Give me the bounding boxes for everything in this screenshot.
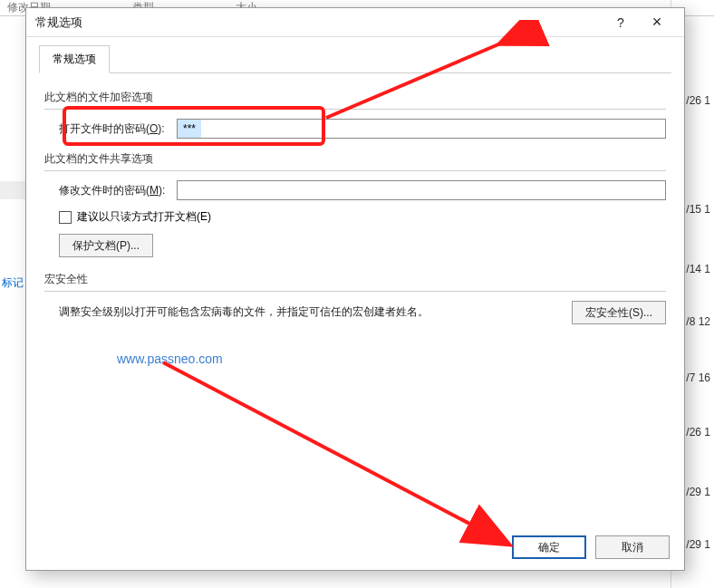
cancel-button[interactable]: 取消	[595, 535, 670, 559]
section-divider	[44, 109, 666, 110]
section-divider	[44, 291, 666, 292]
close-button[interactable]: ×	[639, 10, 675, 35]
bg-right-item: /8 12	[686, 315, 710, 328]
tab-general-options[interactable]: 常规选项	[39, 45, 110, 73]
titlebar: 常规选项 ? ×	[26, 8, 684, 37]
open-password-row: 打开文件时的密码(O):	[59, 119, 666, 139]
dialog-footer: 确定 取消	[512, 535, 670, 559]
watermark: www.passneo.com	[117, 352, 666, 366]
close-icon: ×	[652, 13, 662, 32]
macro-row: 调整安全级别以打开可能包含宏病毒的文件，并指定可信任的宏创建者姓名。 宏安全性(…	[59, 301, 666, 324]
bg-right-item: /29 1	[686, 538, 710, 551]
bg-tag-label: 标记	[0, 275, 24, 291]
macro-section-label: 宏安全性	[44, 272, 666, 287]
bg-right-item: /26 1	[686, 94, 710, 107]
bg-right-item: /26 1	[686, 426, 710, 439]
bg-right-item: /7 16	[686, 371, 710, 384]
tabs: 常规选项	[26, 37, 684, 72]
macro-security-button[interactable]: 宏安全性(S)...	[572, 301, 666, 324]
modify-password-row: 修改文件时的密码(M):	[59, 180, 666, 200]
open-password-input[interactable]	[177, 119, 666, 139]
bg-right-item: /15 1	[686, 203, 710, 216]
section-divider	[44, 170, 666, 171]
protect-row: 保护文档(P)...	[59, 234, 666, 257]
open-password-label: 打开文件时的密码(O):	[59, 121, 177, 137]
dialog-title: 常规选项	[35, 14, 603, 31]
general-options-dialog: 常规选项 ? × 常规选项 此文档的文件加密选项 打开文件时的密码(O): 此文…	[25, 7, 685, 571]
dialog-content: 此文档的文件加密选项 打开文件时的密码(O): 此文档的文件共享选项 修改文件时…	[26, 73, 684, 377]
help-button[interactable]: ?	[603, 10, 639, 35]
bg-selection	[0, 181, 25, 199]
protect-document-button[interactable]: 保护文档(P)...	[59, 234, 153, 257]
readonly-row: 建议以只读方式打开文档(E)	[59, 209, 666, 225]
ok-button[interactable]: 确定	[512, 535, 586, 559]
readonly-checkbox[interactable]	[59, 211, 72, 224]
modify-password-input[interactable]	[177, 180, 666, 200]
bg-right-item: /14 1	[686, 263, 710, 275]
readonly-label: 建议以只读方式打开文档(E)	[77, 209, 211, 225]
encrypt-section-label: 此文档的文件加密选项	[44, 90, 666, 105]
bg-right-item: /29 1	[686, 486, 710, 498]
modify-password-label: 修改文件时的密码(M):	[59, 183, 177, 198]
share-section-label: 此文档的文件共享选项	[44, 151, 666, 167]
macro-description: 调整安全级别以打开可能包含宏病毒的文件，并指定可信任的宏创建者姓名。	[59, 301, 559, 320]
